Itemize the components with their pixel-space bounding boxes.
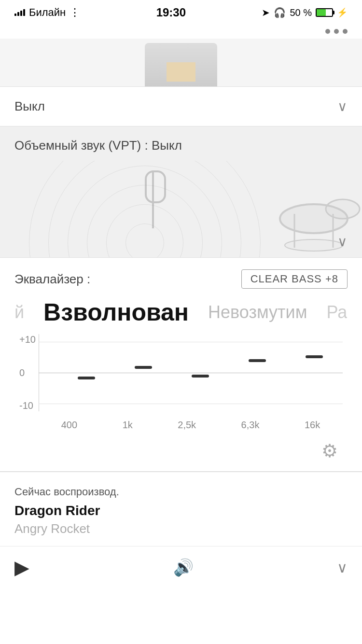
charging-icon: ⚡ (337, 7, 348, 18)
eq-grid (39, 334, 343, 411)
volume-button[interactable]: 🔊 (173, 558, 194, 577)
status-right: ➤ 🎧 50 % ⚡ (262, 7, 348, 18)
collapse-button[interactable]: ∨ (337, 559, 348, 576)
dot3 (343, 29, 348, 34)
eq-y-bottom: -10 (19, 400, 36, 411)
eq-header: Эквалайзер : CLEAR BASS +8 (14, 269, 348, 289)
location-icon: ➤ (262, 7, 270, 18)
vpt-label: Объемный звук (VPT) : (14, 138, 148, 153)
eq-preset-next2[interactable]: Ра (326, 302, 347, 322)
eq-x-1k: 1k (123, 420, 133, 431)
eq-preset-active[interactable]: Взволнован (43, 298, 189, 326)
album-art (145, 43, 217, 86)
battery-fill (317, 9, 326, 16)
svg-point-1 (326, 199, 360, 219)
eq-preset-prev[interactable]: й (14, 302, 24, 322)
eq-handle-16k[interactable] (306, 355, 323, 358)
signal-icon (14, 9, 25, 16)
status-left: Билайн ⋮ (14, 6, 80, 19)
eq-handle-2_5k[interactable] (192, 375, 209, 378)
eq-y-labels: +10 0 -10 (19, 334, 36, 411)
album-label (167, 62, 195, 82)
now-playing-section: Сейчас воспроизвод. Dragon Rider Angry R… (0, 472, 362, 546)
track-artist: Angry Rocket (14, 521, 348, 536)
svg-point-4 (285, 239, 343, 251)
vpt-value: Выкл (152, 138, 182, 153)
gear-icon[interactable]: ⚙ (321, 440, 338, 462)
eq-chart: +10 0 -10 (19, 334, 343, 431)
effect-off-label: Выкл (14, 99, 45, 114)
eq-section: Эквалайзер : CLEAR BASS +8 й Взволнован … (0, 258, 362, 471)
eq-x-400: 400 (61, 420, 77, 431)
headphone-icon: 🎧 (274, 7, 286, 18)
eq-label: Эквалайзер : (14, 272, 90, 287)
eq-preset-next1[interactable]: Невозмутим (208, 302, 307, 322)
status-bar: Билайн ⋮ 19:30 ➤ 🎧 50 % ⚡ (0, 0, 362, 24)
effect-dropdown-row[interactable]: Выкл ∨ (0, 87, 362, 126)
battery-icon (316, 8, 333, 17)
eq-y-top: +10 (19, 334, 36, 345)
vpt-chevron-icon[interactable]: ∨ (337, 234, 348, 250)
time-display: 19:30 (156, 6, 186, 19)
eq-handle-400[interactable] (78, 377, 95, 379)
dot1 (325, 29, 330, 34)
play-button[interactable]: ▶ (14, 556, 29, 578)
now-playing-label: Сейчас воспроизвод. (14, 486, 348, 498)
eq-y-zero: 0 (19, 367, 36, 378)
wifi-icon: ⋮ (70, 6, 80, 19)
album-art-section (0, 39, 362, 87)
drums-decoration (265, 170, 362, 257)
more-menu-bar (0, 24, 362, 39)
playback-controls: ▶ 🔊 ∨ (0, 546, 362, 593)
track-title: Dragon Rider (14, 503, 348, 518)
eq-handle-6_3k[interactable] (249, 359, 266, 362)
mic-stand-decoration (135, 170, 174, 257)
eq-settings-row: ⚙ (14, 431, 348, 471)
eq-x-16k: 16k (305, 420, 320, 431)
eq-bars-container (58, 334, 343, 411)
eq-handle-1k[interactable] (135, 366, 152, 369)
carrier-label: Билайн (29, 6, 66, 19)
dot2 (334, 29, 339, 34)
eq-badge[interactable]: CLEAR BASS +8 (241, 269, 348, 289)
eq-presets-carousel[interactable]: й Взволнован Невозмутим Ра (14, 298, 348, 326)
effect-chevron-icon: ∨ (337, 98, 348, 114)
eq-x-labels: 400 1k 2,5k 6,3k 16k (39, 420, 343, 431)
vpt-background: ∨ (0, 161, 362, 257)
vpt-section: Объемный звук (VPT) : Выкл ∨ (0, 126, 362, 258)
battery-percent: 50 % (290, 7, 312, 18)
vpt-header: Объемный звук (VPT) : Выкл (0, 126, 362, 161)
eq-x-6_3k: 6,3k (241, 420, 260, 431)
more-options-button[interactable] (325, 29, 348, 34)
eq-x-2_5k: 2,5k (178, 420, 196, 431)
